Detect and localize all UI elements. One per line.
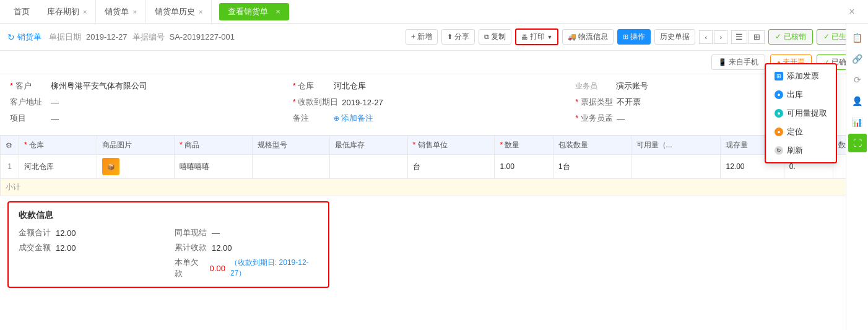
tab-sales[interactable]: 销货单 × [96, 0, 145, 24]
add-invoice-icon: ⊞ [775, 72, 783, 80]
owe-value: 0.00 [210, 264, 225, 273]
col-warehouse: 仓库 [19, 136, 97, 155]
address-label: 客户地址 [10, 97, 47, 108]
same-settlement-label: 同单现结 [175, 227, 207, 238]
cumulative-item: 累计收款 12.00 [175, 242, 318, 253]
dropdown-outbound[interactable]: ● 出库 [766, 85, 836, 104]
grid-view-btn[interactable]: ⊞ [749, 30, 765, 44]
row-product: 嘻嘻嘻嘻 [175, 155, 253, 179]
row-pkg: 1台 [553, 155, 631, 179]
number-value: SA-20191227-001 [170, 32, 235, 41]
data-table: ⚙ 仓库 商品图片 商品 规格型号 最低库存 销售单位 数量 包装数量 可用量（… [0, 136, 868, 196]
tab-bar: 首页 库存期初 × 销货单 × 销货单历史 × 查看销货单 × × [0, 0, 868, 24]
doc-actions: + 新增 ⬆ 分享 ⧉ 复制 🖶 打印 ▼ 🚚 物流信息 [406, 28, 861, 45]
refresh-icon: ↻ [775, 146, 783, 155]
history-btn[interactable]: 历史单据 [654, 29, 695, 45]
dropdown-locate[interactable]: ● 定位 [766, 123, 836, 141]
table-row: 1 河北仓库 📦 嘻嘻嘻嘻 台 1.00 1台 12.00 0. [1, 155, 868, 179]
tab-home[interactable]: 首页 [5, 0, 38, 24]
doc-icon: ↻ [7, 32, 15, 42]
total-value: 12.00 [56, 228, 76, 238]
logistics-btn[interactable]: 🚚 物流信息 [562, 29, 614, 45]
doc-header: ↻ 销货单 单据日期 2019-12-27 单据编号 SA-20191227-0… [0, 24, 868, 51]
copy-btn-label: 复制 [491, 32, 506, 42]
print-btn[interactable]: 🖶 打印 ▼ [515, 28, 558, 45]
col-pkg: 包装数量 [553, 136, 631, 155]
right-sidebar: 📋 🔗 ⟳ 👤 📊 ⛶ [846, 24, 868, 330]
tab-inventory[interactable]: 库存期初 × [38, 0, 96, 24]
row-num: 1 [1, 155, 19, 179]
collection-box: 收款信息 金额合计 12.00 同单现结 — 成交金额 12.00 累计收款 1… [7, 201, 329, 288]
sold-label: ✓ 已核销 [775, 32, 805, 41]
total-label: 金额合计 [19, 227, 51, 238]
col-img: 商品图片 [97, 136, 175, 155]
col-settings: ⚙ [1, 136, 19, 155]
total-item: 金额合计 12.00 [19, 227, 162, 238]
dropdown-refresh[interactable]: ↻ 刷新 [766, 141, 836, 160]
doc-title-section: ↻ 销货单 [7, 32, 41, 43]
date-value: 2019-12-27 [86, 32, 128, 41]
new-btn-label: + 新增 [411, 32, 432, 42]
new-btn[interactable]: + 新增 [406, 29, 438, 45]
logistics-btn-label: 物流信息 [578, 32, 608, 42]
add-remark-btn[interactable]: ⊕ 添加备注 [334, 113, 374, 124]
deal-item: 成交金额 12.00 [19, 242, 162, 253]
list-view-btn[interactable]: ☰ [731, 30, 747, 44]
product-image: 📦 [102, 158, 119, 175]
sidebar-icon-1[interactable]: 📋 [848, 28, 867, 47]
col-spec: 规格型号 [252, 136, 330, 155]
sidebar-icon-5[interactable]: 📊 [848, 113, 867, 131]
from-phone-btn[interactable]: 📱 来自手机 [711, 54, 765, 70]
subtotal-label: 小计 [1, 179, 868, 196]
sold-btn[interactable]: ✓ 已核销 [768, 29, 812, 45]
available-icon: ● [775, 109, 783, 118]
col-min-stock: 最低库存 [330, 136, 408, 155]
payment-value: 2019-12-27 [342, 98, 383, 107]
project-value: — [51, 114, 59, 123]
sidebar-icon-3[interactable]: ⟳ [848, 71, 867, 89]
copy-btn[interactable]: ⧉ 复制 [479, 29, 511, 45]
share-btn[interactable]: ⬆ 分享 [441, 29, 475, 45]
salesman-label: 业务员孟 [575, 113, 613, 124]
dropdown-add-invoice[interactable]: ⊞ 添加发票 [766, 67, 836, 85]
sidebar-icon-2[interactable]: 🔗 [848, 50, 867, 68]
project-field: 项目 — [10, 113, 293, 124]
tab-history[interactable]: 销货单历史 × [146, 0, 212, 24]
deal-label: 成交金额 [19, 242, 51, 253]
close-view-btn[interactable]: × [276, 7, 280, 16]
tab-sales-label: 销货单 [105, 6, 129, 17]
customer-field: 客户 柳州粤港平安气体有限公司 [10, 80, 293, 92]
operate-btn[interactable]: ⊞ 操作 [617, 29, 651, 45]
close-tab-sales[interactable]: × [132, 8, 136, 15]
close-tab-history[interactable]: × [199, 8, 202, 15]
table-header-row: ⚙ 仓库 商品图片 商品 规格型号 最低库存 销售单位 数量 包装数量 可用量（… [1, 136, 868, 155]
locate-label: 定位 [787, 126, 803, 137]
same-settlement-item: 同单现结 — [175, 227, 318, 238]
print-btn-label: 打印 [530, 32, 545, 42]
from-phone-label: 来自手机 [729, 57, 758, 67]
ticket-label: 票据类型 [575, 97, 613, 108]
operate-btn-label: 操作 [630, 32, 645, 42]
sidebar-icon-4[interactable]: 👤 [848, 92, 867, 110]
row-available [631, 155, 721, 179]
view-sales-btn[interactable]: 查看销货单 × [219, 3, 289, 20]
table-container: ⚙ 仓库 商品图片 商品 规格型号 最低库存 销售单位 数量 包装数量 可用量（… [0, 135, 868, 196]
prev-btn[interactable]: ‹ [699, 30, 713, 44]
global-close-btn[interactable]: × [841, 1, 863, 23]
owe-note: （收款到期日: 2019-12-27） [230, 258, 318, 279]
number-label: 单据编号 [132, 32, 165, 43]
next-btn[interactable]: › [714, 30, 727, 44]
same-settlement-value: — [212, 228, 220, 238]
tab-home-label: 首页 [14, 6, 30, 17]
sidebar-icon-6[interactable]: ⛶ [848, 134, 867, 152]
form-row-2: 客户地址 — 收款到期日 2019-12-27 票据类型 不开票 [10, 97, 858, 108]
view-toggle: ☰ ⊞ [731, 30, 765, 44]
dropdown-menu: ⊞ 添加发票 ● 出库 ● 可用量提取 ● 定位 ↻ 刷新 [765, 63, 837, 163]
share-btn-label: 分享 [454, 32, 469, 42]
row-qty: 1.00 [495, 155, 553, 179]
remark-field: 备注 ⊕ 添加备注 [293, 113, 576, 124]
dropdown-available[interactable]: ● 可用量提取 [766, 104, 836, 123]
cumulative-value: 12.00 [212, 243, 232, 253]
close-tab-inventory[interactable]: × [83, 8, 87, 15]
form-area: 客户 柳州粤港平安气体有限公司 仓库 河北仓库 业务员 演示账号 客户地址 — [0, 74, 868, 135]
